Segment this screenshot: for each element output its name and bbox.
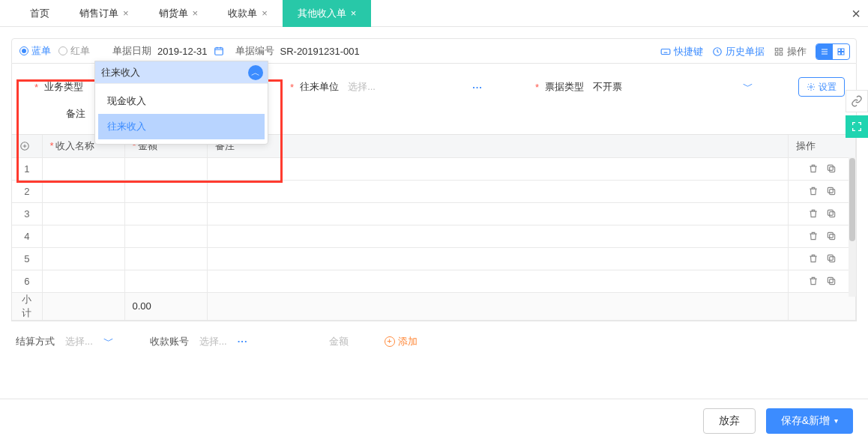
doc-date-value[interactable]: 2019-12-31 xyxy=(157,46,208,57)
tab-sales-order[interactable]: 销售订单× xyxy=(64,0,144,27)
cell-income-name[interactable] xyxy=(42,157,124,180)
scrollbar[interactable] xyxy=(849,157,856,297)
radio-red[interactable]: 红单 xyxy=(58,44,90,58)
svg-rect-3 xyxy=(775,48,778,51)
view-list-icon[interactable] xyxy=(816,44,833,59)
close-icon[interactable]: × xyxy=(193,7,199,19)
cell-amount[interactable] xyxy=(124,225,207,247)
ops-label: 操作 xyxy=(787,45,807,58)
cell-remark[interactable] xyxy=(207,202,789,225)
invoice-value[interactable]: 不开票 xyxy=(588,77,738,97)
settle-account-input[interactable]: 选择... xyxy=(199,335,227,348)
close-all-icon[interactable]: × xyxy=(852,0,861,27)
cell-remark[interactable] xyxy=(207,270,789,292)
chevron-down-icon[interactable]: ﹀ xyxy=(103,335,114,348)
footer-bar: 放弃 保存&新增▾ xyxy=(0,399,868,442)
cell-income-name[interactable] xyxy=(42,270,124,292)
copy-row-icon[interactable] xyxy=(826,163,837,174)
col-expand[interactable] xyxy=(12,135,42,157)
fullscreen-button[interactable] xyxy=(846,115,868,138)
close-icon[interactable]: × xyxy=(123,7,129,19)
view-card-icon[interactable] xyxy=(833,44,849,59)
add-label: 添加 xyxy=(398,335,418,348)
cell-income-name[interactable] xyxy=(42,180,124,202)
delete-row-icon[interactable] xyxy=(808,276,819,286)
cell-income-name[interactable] xyxy=(42,247,124,270)
top-tools: 快捷键 历史单据 操作 xyxy=(660,39,850,64)
tab-other-income[interactable]: 其他收入单× xyxy=(283,0,372,27)
more-icon[interactable]: ··· xyxy=(472,82,483,93)
cell-income-name[interactable] xyxy=(42,225,124,247)
save-new-button[interactable]: 保存&新增▾ xyxy=(766,408,853,434)
cell-remark[interactable] xyxy=(207,247,789,270)
svg-rect-23 xyxy=(829,279,834,285)
tab-label: 首页 xyxy=(30,7,49,20)
row-index: 2 xyxy=(12,180,42,202)
shortcut-link[interactable]: 快捷键 xyxy=(660,45,703,58)
view-toggle xyxy=(816,43,850,60)
subtotal-row: 小计 0.00 xyxy=(12,292,856,320)
table-row[interactable]: 1 xyxy=(12,157,856,180)
close-icon[interactable]: × xyxy=(351,7,357,19)
delete-row-icon[interactable] xyxy=(808,208,819,219)
delete-row-icon[interactable] xyxy=(808,163,819,174)
tab-receipt[interactable]: 收款单× xyxy=(213,0,283,27)
content-area: 蓝单 红单 单据日期 2019-12-31 单据编号 SR-20191231-0… xyxy=(0,27,868,399)
close-icon[interactable]: × xyxy=(262,7,268,19)
chevron-up-icon[interactable]: ︿ xyxy=(248,65,263,80)
copy-row-icon[interactable] xyxy=(826,276,837,286)
col-remark[interactable]: 备注 xyxy=(207,135,789,157)
cell-income-name[interactable] xyxy=(42,202,124,225)
cell-remark[interactable] xyxy=(207,225,789,247)
biz-type-input[interactable] xyxy=(95,61,268,84)
chevron-down-icon[interactable]: ﹀ xyxy=(743,80,753,94)
settle-method-input[interactable]: 选择... xyxy=(65,335,93,348)
cell-amount[interactable] xyxy=(124,180,207,202)
cell-actions xyxy=(789,225,856,247)
table-row[interactable]: 3 xyxy=(12,202,856,225)
delete-row-icon[interactable] xyxy=(808,231,819,241)
radio-label: 红单 xyxy=(70,44,90,58)
copy-row-icon[interactable] xyxy=(826,208,837,219)
tab-label: 其他收入单 xyxy=(298,7,346,20)
attachment-button[interactable] xyxy=(846,90,868,112)
history-link[interactable]: 历史单据 xyxy=(712,45,765,58)
cell-remark[interactable] xyxy=(207,157,789,180)
table-row[interactable]: 6 xyxy=(12,270,856,292)
more-icon[interactable]: ··· xyxy=(238,336,248,347)
svg-rect-1 xyxy=(661,49,670,55)
tab-home[interactable]: 首页 xyxy=(15,0,64,27)
svg-rect-0 xyxy=(214,48,223,55)
cell-remark[interactable] xyxy=(207,180,789,202)
delete-row-icon[interactable] xyxy=(808,186,819,196)
shortcut-label: 快捷键 xyxy=(674,45,703,58)
calendar-icon[interactable] xyxy=(214,46,224,56)
dropdown-option-cash[interactable]: 现金收入 xyxy=(98,88,265,114)
table-row[interactable]: 4 xyxy=(12,225,856,247)
discard-button[interactable]: 放弃 xyxy=(703,408,756,434)
link-icon xyxy=(851,95,863,107)
cell-amount[interactable] xyxy=(124,202,207,225)
copy-row-icon[interactable] xyxy=(826,186,837,196)
ops-link[interactable]: 操作 xyxy=(774,45,807,58)
add-settlement-button[interactable]: +添加 xyxy=(385,335,418,348)
doc-type-radio-group: 蓝单 红单 xyxy=(19,44,90,58)
tab-delivery[interactable]: 销货单× xyxy=(144,0,214,27)
dropdown-option-party[interactable]: 往来收入 xyxy=(98,114,265,139)
cell-amount[interactable] xyxy=(124,270,207,292)
copy-row-icon[interactable] xyxy=(826,231,837,241)
table-row[interactable]: 2 xyxy=(12,180,856,202)
chevron-down-icon[interactable]: ▾ xyxy=(834,417,838,425)
row-index: 4 xyxy=(12,225,42,247)
copy-row-icon[interactable] xyxy=(826,253,837,264)
cell-amount[interactable] xyxy=(124,247,207,270)
delete-row-icon[interactable] xyxy=(808,253,819,264)
settings-button[interactable]: 设置 xyxy=(798,77,845,97)
radio-blue[interactable]: 蓝单 xyxy=(19,44,51,58)
scrollbar-thumb[interactable] xyxy=(849,158,855,241)
table-row[interactable]: 5 xyxy=(12,247,856,270)
svg-rect-7 xyxy=(838,49,841,52)
party-input[interactable]: 选择... xyxy=(343,77,463,97)
cell-amount[interactable] xyxy=(124,157,207,180)
row-index: 3 xyxy=(12,202,42,225)
